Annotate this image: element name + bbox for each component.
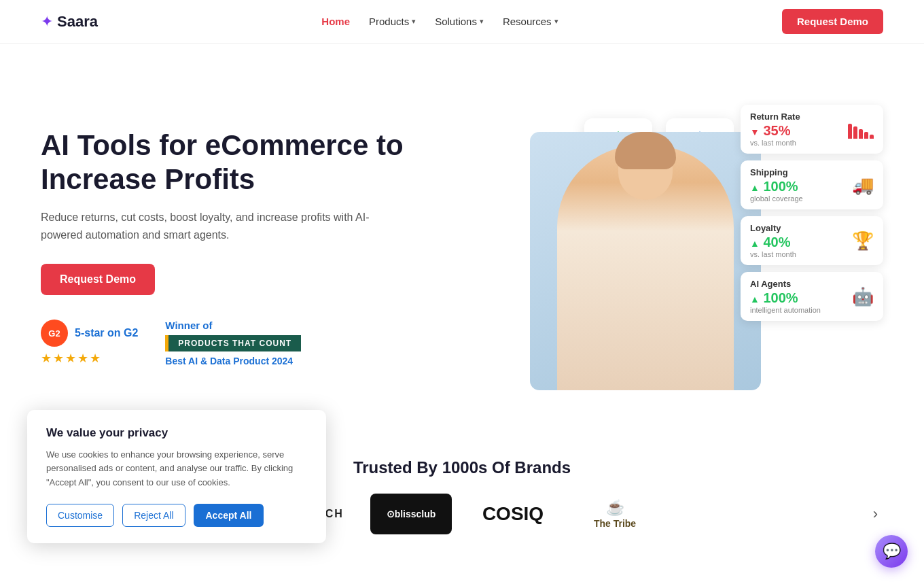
cookie-customise-button[interactable]: Customise xyxy=(46,504,114,527)
shipping-value: ▲ 100% xyxy=(750,179,803,194)
cookie-title: We value your privacy xyxy=(46,426,307,440)
carousel-next-button[interactable]: › xyxy=(868,500,883,528)
return-rate-chart-icon xyxy=(848,120,874,139)
winner-sub-label: Best AI & Data Product 2024 xyxy=(165,356,293,366)
cookie-accept-button[interactable]: Accept All xyxy=(194,504,264,527)
loyalty-title: Loyalty xyxy=(750,223,796,233)
cookie-text: We use cookies to enhance your browsing … xyxy=(46,448,307,490)
nav-resources[interactable]: Resources ▾ xyxy=(503,16,558,27)
hero-person-image xyxy=(530,132,761,390)
return-rate-text: Return Rate ▼ 35% vs. last month xyxy=(750,111,800,147)
resources-chevron-icon: ▾ xyxy=(554,17,558,26)
logo-text: Saara xyxy=(57,13,98,31)
hero-title: AI Tools for eCommerce to Increase Profi… xyxy=(41,128,408,197)
ai-agents-text: AI Agents ▲ 100% intelligent automation xyxy=(750,279,821,314)
hero-section: AI Tools for eCommerce to Increase Profi… xyxy=(0,44,924,438)
person-body xyxy=(557,145,734,390)
g2-stars: ★★★★★ xyxy=(41,351,102,366)
nav-request-demo-button[interactable]: Request Demo xyxy=(782,9,883,34)
products-chevron-icon: ▾ xyxy=(412,17,416,26)
logo-icon: ✦ xyxy=(41,13,53,31)
shipping-icon: 🚚 xyxy=(852,175,874,196)
hero-left: AI Tools for eCommerce to Increase Profi… xyxy=(41,128,408,367)
brand-tribe: ☕ The Tribe xyxy=(574,494,656,534)
loyalty-value: ▲ 40% xyxy=(750,235,796,250)
loyalty-icon: 🏆 xyxy=(852,230,874,252)
brand-blissclub: ⊙ blissclub xyxy=(370,494,452,534)
cookie-banner: We value your privacy We use cookies to … xyxy=(27,410,326,543)
return-rate-value: ▼ 35% xyxy=(750,123,800,139)
stat-cards-container: Return Rate ▼ 35% vs. last month xyxy=(741,105,883,321)
shipping-text: Shipping ▲ 100% global coverage xyxy=(750,167,803,203)
products-that-count-badge: PRODUCTS THAT COUNT xyxy=(165,335,301,351)
winner-label: Winner of xyxy=(165,320,212,331)
nav-links: Home Products ▾ Solutions ▾ Resources ▾ xyxy=(321,16,558,27)
nav-solutions[interactable]: Solutions ▾ xyxy=(435,16,484,27)
navbar: ✦ Saara Home Products ▾ Solutions ▾ Reso… xyxy=(0,0,924,44)
loyalty-card: Loyalty ▲ 40% vs. last month 🏆 xyxy=(741,216,883,265)
hero-right: ↑ 💰 Profits ↓ 💲 Costs Return Ra xyxy=(530,105,883,390)
cookie-buttons: Customise Reject All Accept All xyxy=(46,504,307,527)
ai-agents-card: AI Agents ▲ 100% intelligent automation … xyxy=(741,272,883,321)
ai-agents-value: ▲ 100% xyxy=(750,290,821,306)
nav-home[interactable]: Home xyxy=(321,16,350,27)
return-rate-card: Return Rate ▼ 35% vs. last month xyxy=(741,105,883,154)
g2-badge: G2 5-star on G2 ★★★★★ xyxy=(41,320,138,366)
g2-circle-icon: G2 xyxy=(41,320,68,347)
solutions-chevron-icon: ▾ xyxy=(480,17,484,26)
loyalty-sub: vs. last month xyxy=(750,250,796,258)
winner-badge-container: Winner of PRODUCTS THAT COUNT Best AI & … xyxy=(165,320,301,366)
logo[interactable]: ✦ Saara xyxy=(41,13,98,31)
g2-badge-top: G2 5-star on G2 xyxy=(41,320,138,347)
return-rate-sub: vs. last month xyxy=(750,139,800,147)
hero-subtitle: Reduce returns, cut costs, boost loyalty… xyxy=(41,209,408,243)
brand-cosiq: COSIQ xyxy=(472,494,554,534)
hero-request-demo-button[interactable]: Request Demo xyxy=(41,264,155,295)
ai-agents-title: AI Agents xyxy=(750,279,821,289)
hero-badges: G2 5-star on G2 ★★★★★ Winner of PRODUCTS… xyxy=(41,320,408,366)
ai-agents-icon: 🤖 xyxy=(852,286,874,307)
cookie-reject-button[interactable]: Reject All xyxy=(122,504,185,527)
ai-agents-sub: intelligent automation xyxy=(750,306,821,314)
shipping-sub: global coverage xyxy=(750,194,803,203)
nav-products[interactable]: Products ▾ xyxy=(369,16,416,27)
shipping-card: Shipping ▲ 100% global coverage 🚚 xyxy=(741,160,883,209)
tribe-icon: ☕ xyxy=(606,499,624,517)
g2-label: 5-star on G2 xyxy=(75,327,138,339)
return-rate-title: Return Rate xyxy=(750,111,800,122)
loyalty-text: Loyalty ▲ 40% vs. last month xyxy=(750,223,796,258)
shipping-title: Shipping xyxy=(750,167,803,177)
